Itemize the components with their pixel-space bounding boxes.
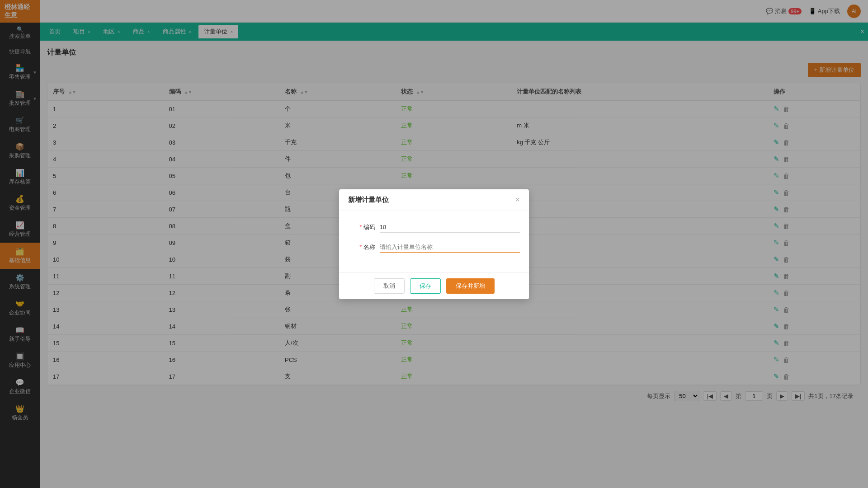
- code-label: 编码: [348, 223, 375, 231]
- form-row-code: 编码: [348, 222, 520, 233]
- add-unit-modal: 新增计量单位 × 编码 名称 取消 保存 保存并新增: [339, 189, 529, 299]
- modal-overlay[interactable]: 新增计量单位 × 编码 名称 取消 保存 保存并新增: [0, 0, 868, 488]
- cancel-button[interactable]: 取消: [374, 278, 405, 294]
- modal-header: 新增计量单位 ×: [339, 189, 529, 211]
- modal-footer: 取消 保存 保存并新增: [339, 272, 529, 299]
- modal-body: 编码 名称: [339, 211, 529, 272]
- code-input[interactable]: [380, 222, 520, 233]
- name-input[interactable]: [380, 242, 520, 253]
- save-new-button[interactable]: 保存并新增: [446, 278, 495, 294]
- form-row-name: 名称: [348, 242, 520, 253]
- modal-title: 新增计量单位: [348, 196, 389, 204]
- name-label: 名称: [348, 243, 375, 251]
- save-button[interactable]: 保存: [410, 278, 441, 294]
- modal-close-button[interactable]: ×: [515, 196, 520, 204]
